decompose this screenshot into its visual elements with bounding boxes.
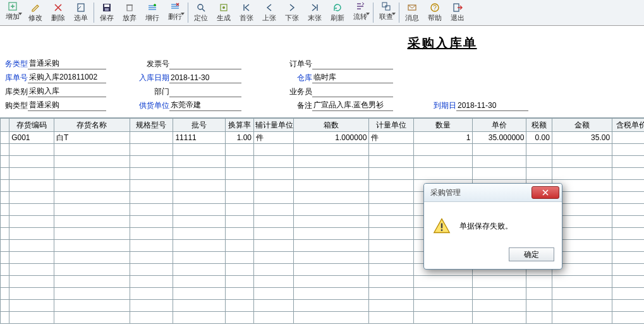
field-input-业务员[interactable]	[312, 86, 393, 97]
cell[interactable]	[173, 156, 226, 168]
cell[interactable]	[369, 252, 414, 264]
cell[interactable]	[369, 216, 414, 228]
cell[interactable]	[1, 216, 9, 228]
cell[interactable]	[414, 156, 473, 168]
column-header[interactable]: 数量	[414, 119, 473, 132]
cell[interactable]	[293, 312, 369, 324]
cell[interactable]	[226, 216, 254, 228]
cell[interactable]	[173, 216, 226, 228]
cell[interactable]	[9, 264, 54, 276]
cell[interactable]	[526, 168, 552, 180]
cell[interactable]	[612, 180, 644, 192]
cell[interactable]	[473, 288, 526, 300]
cell[interactable]	[9, 276, 54, 288]
cell[interactable]	[254, 216, 294, 228]
cell[interactable]	[9, 192, 54, 204]
cell[interactable]	[226, 288, 254, 300]
column-header[interactable]: 金额	[552, 119, 612, 132]
toolbar-select-doc-button[interactable]: 选单	[70, 0, 92, 25]
dialog-ok-button[interactable]: 确定	[509, 247, 554, 261]
column-header[interactable]: 箱数	[293, 119, 369, 132]
cell[interactable]	[414, 276, 473, 288]
cell[interactable]	[226, 156, 254, 168]
cell[interactable]	[1, 312, 9, 324]
cell[interactable]	[612, 204, 644, 216]
cell[interactable]	[369, 312, 414, 324]
cell[interactable]	[552, 144, 612, 156]
cell[interactable]	[130, 300, 173, 312]
cell[interactable]	[130, 192, 173, 204]
cell[interactable]	[612, 240, 644, 252]
cell[interactable]	[612, 216, 644, 228]
cell[interactable]	[130, 168, 173, 180]
cell[interactable]	[526, 156, 552, 168]
cell[interactable]	[173, 168, 226, 180]
cell[interactable]	[173, 300, 226, 312]
field-input-务类型[interactable]	[28, 58, 106, 69]
cell[interactable]	[226, 252, 254, 264]
cell[interactable]	[54, 168, 130, 180]
cell[interactable]	[1, 132, 9, 144]
cell[interactable]	[173, 228, 226, 240]
cell[interactable]	[254, 240, 294, 252]
cell[interactable]	[526, 144, 552, 156]
column-header[interactable]: 辅计量单位	[254, 119, 294, 132]
cell[interactable]	[54, 264, 130, 276]
cell[interactable]	[130, 144, 173, 156]
cell[interactable]	[173, 312, 226, 324]
cell[interactable]	[173, 204, 226, 216]
column-header[interactable]: 存货名称	[54, 119, 130, 132]
column-header[interactable]: 批号	[173, 119, 226, 132]
field-input-到期日[interactable]	[456, 100, 528, 111]
cell[interactable]	[293, 240, 369, 252]
cell[interactable]	[369, 144, 414, 156]
cell[interactable]	[254, 312, 294, 324]
cell[interactable]	[473, 276, 526, 288]
cell[interactable]	[293, 288, 369, 300]
cell[interactable]	[1, 252, 9, 264]
cell[interactable]	[612, 168, 644, 180]
cell[interactable]	[9, 240, 54, 252]
cell[interactable]	[414, 168, 473, 180]
table-row[interactable]: G001白T111111.00件1.000000件135.0000000.003…	[1, 132, 645, 144]
cell[interactable]	[173, 180, 226, 192]
cell[interactable]	[612, 144, 644, 156]
cell[interactable]	[293, 192, 369, 204]
cell[interactable]	[9, 216, 54, 228]
dialog-titlebar[interactable]: 采购管理	[424, 184, 562, 202]
cell[interactable]	[1, 192, 9, 204]
cell[interactable]: 白T	[54, 132, 130, 144]
cell[interactable]	[173, 276, 226, 288]
cell[interactable]	[54, 276, 130, 288]
cell[interactable]	[369, 264, 414, 276]
cell[interactable]	[54, 156, 130, 168]
cell[interactable]	[369, 204, 414, 216]
table-row[interactable]	[1, 312, 645, 324]
toolbar-help-button[interactable]: ?帮助	[423, 0, 446, 25]
cell[interactable]	[293, 264, 369, 276]
cell[interactable]	[552, 312, 612, 324]
cell[interactable]	[552, 168, 612, 180]
cell[interactable]	[226, 312, 254, 324]
cell[interactable]: G001	[9, 132, 54, 144]
dialog-close-button[interactable]	[532, 186, 559, 199]
cell[interactable]	[369, 276, 414, 288]
column-header[interactable]: 存货编码	[9, 119, 54, 132]
cell[interactable]	[612, 288, 644, 300]
cell[interactable]	[9, 300, 54, 312]
cell[interactable]	[130, 180, 173, 192]
cell[interactable]	[54, 204, 130, 216]
cell[interactable]	[254, 204, 294, 216]
cell[interactable]	[254, 264, 294, 276]
cell[interactable]	[254, 144, 294, 156]
cell[interactable]	[612, 192, 644, 204]
cell[interactable]	[293, 144, 369, 156]
column-header[interactable]: 换算率	[226, 119, 254, 132]
cell[interactable]	[226, 204, 254, 216]
toolbar-generate-button[interactable]: 生成	[212, 0, 235, 25]
cell[interactable]	[414, 312, 473, 324]
table-row[interactable]	[1, 276, 645, 288]
cell[interactable]	[226, 180, 254, 192]
cell[interactable]	[1, 264, 9, 276]
cell[interactable]	[612, 228, 644, 240]
